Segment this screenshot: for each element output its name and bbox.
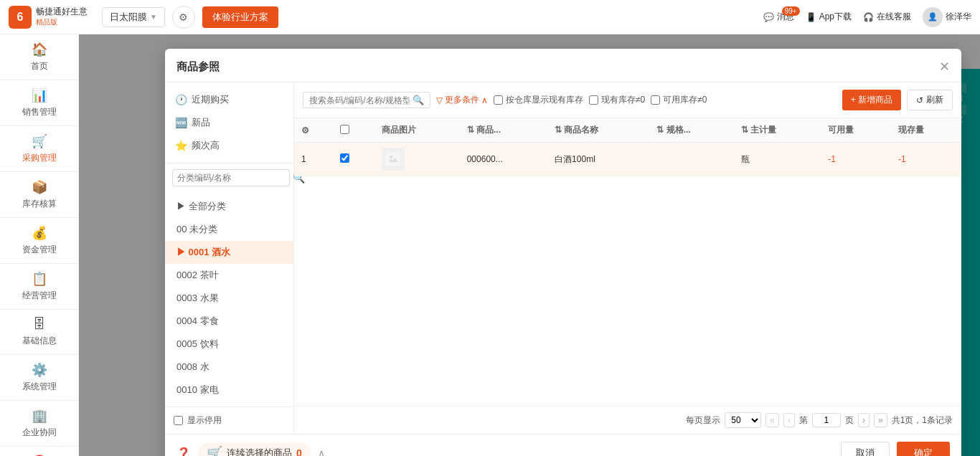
product-search-input[interactable] [309, 95, 410, 105]
col-image-label: 商品图片 [382, 125, 416, 135]
available-stock-filter[interactable]: 可用库存≠0 [651, 94, 707, 106]
footer-buttons: 取消 确定 [841, 442, 950, 456]
customer-service-nav[interactable]: 🎧 在线客服 [863, 11, 911, 23]
sidebar-item-management[interactable]: 📋 经营管理 [0, 264, 78, 310]
new-icon: 🆕 [175, 117, 187, 128]
col-name[interactable]: ⇅ 商品名称 [547, 118, 649, 143]
category-0008[interactable]: 0008 水 [165, 356, 293, 379]
svg-rect-0 [386, 152, 400, 166]
customer-service-label: 在线客服 [877, 11, 911, 23]
sales-icon: 📊 [32, 87, 47, 103]
page-size-select[interactable]: 50 10 20 100 [725, 412, 761, 428]
sidebar-item-inventory[interactable]: 📦 库存核算 [0, 172, 78, 218]
col-settings[interactable]: ⚙ [294, 118, 333, 143]
sidebar-item-system[interactable]: ⚙️ 系统管理 [0, 355, 78, 401]
col-image: 商品图片 [374, 118, 460, 143]
table-row[interactable]: 1 [294, 143, 961, 176]
row-checkbox[interactable] [340, 153, 349, 163]
row-checkbox-cell[interactable] [333, 143, 374, 176]
warehouse-stock-filter[interactable]: 按仓库显示现有库存 [494, 94, 583, 106]
col-spec[interactable]: ⇅ 规格... [649, 118, 734, 143]
sidebar: 🏠 首页 📊 销售管理 🛒 采购管理 📦 库存核算 💰 资金管理 📋 经营管理 … [0, 34, 79, 456]
search-icon: 🔍 [413, 95, 424, 105]
sidebar-label-inventory: 库存核算 [22, 198, 57, 210]
page-suffix: 页 [845, 414, 854, 427]
chevron-up-icon[interactable]: ∧ [318, 447, 325, 456]
system-icon: ⚙️ [32, 362, 47, 378]
category-0002[interactable]: 0002 茶叶 [165, 264, 293, 287]
cart-icon: 🛒 [207, 445, 222, 456]
help-icon[interactable]: ❓ [176, 447, 191, 457]
cancel-button[interactable]: 取消 [841, 442, 890, 456]
cart-area[interactable]: 🛒 连续选择的商品 0 [198, 442, 311, 456]
sidebar-item-finance[interactable]: 💰 资金管理 [0, 218, 78, 264]
sidebar-item-home[interactable]: 🏠 首页 [0, 34, 78, 80]
modal-title: 商品参照 [176, 60, 220, 74]
logo-area: 6 畅捷通好生意 精品版 [9, 6, 88, 29]
current-stock-checkbox[interactable] [589, 95, 598, 105]
next-page-btn[interactable]: › [858, 413, 870, 427]
tab-frequent[interactable]: ⭐ 频次高 [165, 134, 293, 157]
main-area: 查询 设置 商品参照 ✕ 🕐 近期购买 [79, 34, 980, 456]
sidebar-label-home: 首页 [31, 60, 48, 72]
add-product-button[interactable]: + 新增商品 [842, 90, 901, 110]
nav-selector[interactable]: 日太阳膜 ▼ [102, 7, 165, 27]
row-index: 1 [294, 143, 333, 176]
tab-recent-purchase[interactable]: 🕐 近期购买 [165, 88, 293, 111]
product-search-box[interactable]: 🔍 [303, 92, 430, 108]
trial-button[interactable]: 体验行业方案 [202, 6, 278, 28]
category-0004[interactable]: 0004 零食 [165, 310, 293, 333]
category-00-label: 00 未分类 [176, 223, 217, 236]
message-icon: 💬 [763, 12, 774, 22]
sidebar-item-purchase[interactable]: 🛒 采购管理 [0, 126, 78, 172]
category-search-input[interactable] [172, 169, 290, 186]
last-page-btn[interactable]: » [874, 413, 887, 427]
first-page-btn[interactable]: « [765, 413, 779, 427]
messages-nav[interactable]: 💬 消息 99+ [763, 11, 794, 23]
cart-count: 0 [296, 447, 302, 456]
col-code[interactable]: ⇅ 商品... [460, 118, 547, 143]
row-available: -1 [821, 143, 891, 176]
sidebar-item-basic[interactable]: 🗄 基础信息 [0, 310, 78, 355]
logo-sub: 精品版 [36, 17, 88, 27]
settings-icon[interactable]: ⚙ [172, 6, 195, 29]
right-panel: 🔍 ▽ 更多条件 ∧ 按仓库显示现有库存 [294, 82, 961, 434]
row-image-cell [374, 143, 460, 176]
refresh-button[interactable]: ↺ 刷新 [907, 90, 953, 110]
tab-new-product[interactable]: 🆕 新品 [165, 111, 293, 134]
page-number-input[interactable] [812, 413, 841, 427]
col-code-label: 商品... [476, 125, 501, 135]
prev-page-btn[interactable]: ‹ [783, 413, 795, 427]
category-all[interactable]: ▶ 全部分类 [165, 195, 293, 218]
show-disabled-checkbox[interactable] [174, 416, 183, 425]
col-unit[interactable]: ⇅ 主计量 [734, 118, 821, 143]
category-0001[interactable]: ▶ 0001 酒水 [165, 241, 293, 264]
category-search-row: 🔍 [165, 163, 293, 192]
refresh-label: 刷新 [926, 94, 943, 106]
available-stock-checkbox[interactable] [651, 95, 660, 105]
category-0003[interactable]: 0003 水果 [165, 287, 293, 310]
user-nav[interactable]: 👤 徐泽华 [923, 7, 971, 27]
username-label: 徐泽华 [946, 11, 971, 23]
phone-icon: 📱 [806, 12, 816, 22]
col-available: 可用量 [821, 118, 891, 143]
category-0005[interactable]: 0005 饮料 [165, 333, 293, 356]
col-checkbox[interactable] [333, 118, 374, 143]
confirm-button[interactable]: 确定 [897, 442, 950, 456]
tab-recent-label: 近期购买 [192, 93, 229, 106]
warehouse-stock-checkbox[interactable] [494, 95, 503, 105]
finance-icon: 💰 [32, 225, 47, 241]
more-filter-btn[interactable]: ▽ 更多条件 ∧ [436, 94, 488, 106]
app-download-nav[interactable]: 📱 App下载 [806, 11, 852, 23]
sidebar-item-collab[interactable]: 🏢 企业协同 [0, 401, 78, 447]
select-all-checkbox[interactable] [340, 125, 349, 134]
col-name-label: 商品名称 [564, 125, 598, 135]
close-icon[interactable]: ✕ [939, 59, 950, 75]
modal-header: 商品参照 ✕ [165, 49, 961, 82]
sidebar-item-sales[interactable]: 📊 销售管理 [0, 80, 78, 126]
sidebar-item-guide[interactable]: 🎯 新手引导 [0, 447, 78, 456]
current-stock-label: 现有库存≠0 [601, 94, 645, 106]
category-0010[interactable]: 0010 家电 [165, 379, 293, 402]
current-stock-filter[interactable]: 现有库存≠0 [589, 94, 645, 106]
category-00[interactable]: 00 未分类 [165, 218, 293, 241]
